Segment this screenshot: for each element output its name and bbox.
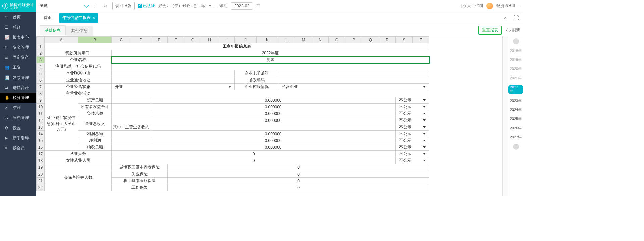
col-header[interactable]: P [345, 37, 362, 43]
cell[interactable]: 企业联系电话 [45, 70, 112, 77]
row-header[interactable]: 1 [37, 43, 45, 50]
row-header[interactable]: 3 [37, 57, 45, 63]
col-header[interactable]: E [151, 37, 168, 43]
cell[interactable]: 资产总额 [78, 97, 112, 104]
cell[interactable]: 2022年度 [112, 50, 429, 57]
year-2021年[interactable]: 2021年 [510, 76, 522, 81]
nav-item-archive[interactable]: 🗂归档管理 [0, 113, 36, 123]
cell[interactable]: 0.000000 [151, 117, 396, 124]
year-2023年[interactable]: 2023年 [510, 98, 522, 103]
cell[interactable]: 不公示 [396, 110, 429, 117]
cell[interactable]: 净利润 [78, 137, 112, 144]
cell[interactable]: 企业控股情况 [235, 84, 278, 90]
cell[interactable]: 0 [112, 157, 396, 164]
row-header[interactable]: 19 [37, 164, 45, 171]
year-down-button[interactable]: ˅ [513, 144, 519, 150]
cell[interactable]: 税款所属期间: [45, 50, 112, 57]
row-header[interactable]: 21 [37, 178, 45, 184]
row-header[interactable]: 22 [37, 184, 45, 191]
row-header[interactable]: 14 [37, 131, 45, 137]
cell[interactable] [278, 77, 429, 84]
company-name-cell[interactable]: 测试 [112, 57, 429, 63]
nav-item-funds[interactable]: ¥资金管理 [0, 42, 36, 52]
username[interactable]: 畅捷通B组... [496, 3, 519, 9]
cell[interactable]: 不公示 [396, 124, 429, 131]
cell[interactable] [112, 104, 151, 110]
year-2018年[interactable]: 2018年 [510, 48, 522, 53]
sheet-tab-basic[interactable]: 基础信息 [40, 25, 66, 36]
year-2026年[interactable]: 2026年 [510, 126, 522, 131]
row-header[interactable]: 12 [37, 117, 45, 124]
cell[interactable]: 不公示 [396, 151, 429, 157]
nav-item-home[interactable]: ⌂首页 [0, 12, 36, 22]
row-header[interactable]: 5 [37, 70, 45, 77]
company-selector[interactable]: 测试 [40, 3, 88, 9]
close-all-button[interactable]: × [502, 15, 509, 21]
cell[interactable]: 0.000000 [151, 104, 396, 110]
col-header[interactable]: T [413, 37, 429, 43]
cell[interactable]: 利润总额 [78, 131, 112, 137]
fullscreen-button[interactable]: ⛶ [513, 15, 520, 21]
cell[interactable]: 0.000000 [151, 110, 396, 117]
nav-item-inv[interactable]: ⇄进销台账 [0, 83, 36, 93]
tab-annual-report[interactable]: 年报信息申报表 × [59, 13, 98, 23]
col-header[interactable]: A [45, 37, 78, 43]
row-header[interactable]: 10 [37, 104, 45, 110]
cell[interactable]: 注册号/统一社会信用代码 [45, 63, 112, 70]
nav-item-close[interactable]: ✓结账 [0, 103, 36, 113]
switch-old-button[interactable]: 切回旧版 [112, 2, 135, 10]
cell[interactable] [112, 63, 429, 70]
row-header[interactable]: 13 [37, 124, 45, 131]
reset-report-button[interactable]: 重置报表 [478, 26, 502, 35]
cell[interactable]: 负债总额 [78, 110, 112, 117]
cell[interactable]: 私营企业 [278, 84, 429, 90]
cell[interactable]: 开业 [112, 84, 235, 90]
cell[interactable]: 不公示 [396, 157, 429, 164]
row-header[interactable]: 20 [37, 171, 45, 178]
row-header[interactable]: 18 [37, 157, 45, 164]
gear-button[interactable]: ⚙ [101, 3, 109, 9]
cell[interactable] [112, 117, 151, 124]
cell[interactable]: 城镇职工基本养老保险 [112, 164, 168, 171]
cell[interactable]: 0 [168, 184, 429, 191]
cell[interactable]: 失业保险 [112, 171, 168, 178]
cell[interactable] [278, 70, 429, 77]
avatar[interactable] [486, 3, 493, 9]
cell[interactable]: 职工基本医疗保险 [112, 178, 168, 184]
cell[interactable]: 0.000000 [151, 97, 396, 104]
nav-item-settings[interactable]: ⚙设置 [0, 123, 36, 133]
col-header[interactable]: H [201, 37, 218, 43]
nav-item-tax[interactable]: ✋税务管理 [0, 93, 36, 103]
cell[interactable]: 不公示 [396, 144, 429, 151]
cell[interactable] [112, 144, 151, 151]
col-header[interactable]: G [184, 37, 201, 43]
cell[interactable]: 不公示 [396, 117, 429, 124]
row-header[interactable]: 6 [37, 77, 45, 84]
col-header[interactable]: N [312, 37, 329, 43]
col-header[interactable]: M [295, 37, 312, 43]
col-header[interactable]: Q [362, 37, 379, 43]
cell[interactable]: 0 [112, 151, 396, 157]
row-header[interactable]: 2 [37, 50, 45, 57]
cell[interactable] [112, 70, 235, 77]
period-picker[interactable]: 2023-02 [231, 2, 253, 10]
year-2024年[interactable]: 2024年 [510, 107, 522, 112]
tab-home[interactable]: 首页 [40, 12, 55, 24]
cell[interactable]: 工伤保险 [112, 184, 168, 191]
cell[interactable]: 0.000000 [151, 144, 396, 151]
row-header[interactable]: 15 [37, 137, 45, 144]
cell[interactable]: 主营业务活动 [45, 90, 112, 97]
cell[interactable]: 企业名称 [45, 57, 112, 63]
col-header[interactable]: L [278, 37, 295, 43]
vertical-scrollbar[interactable] [502, 36, 508, 196]
period-calendar-icon[interactable]: ☷ [256, 4, 260, 8]
cell[interactable] [112, 77, 235, 84]
cell[interactable]: 0.000000 [151, 137, 396, 144]
col-header[interactable]: B [78, 37, 112, 43]
row-header[interactable]: 16 [37, 144, 45, 151]
sheet-tab-other[interactable]: 其他信息 [66, 26, 93, 36]
row-header[interactable]: 8 [37, 90, 45, 97]
cell[interactable] [151, 124, 396, 131]
col-header[interactable]: S [396, 37, 413, 43]
cell[interactable] [112, 137, 151, 144]
